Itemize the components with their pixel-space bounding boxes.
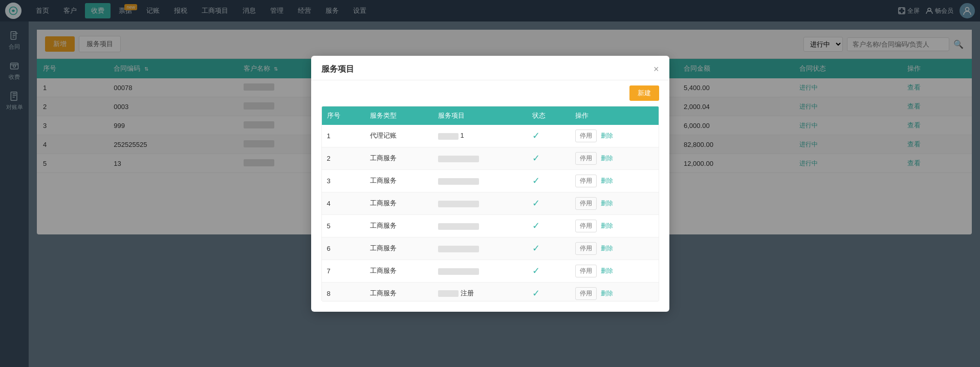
modal-cell-seq: 3 bbox=[322, 169, 365, 192]
modal-cell-seq: 5 bbox=[322, 214, 365, 237]
modal-cell-action: 停用 删除 bbox=[570, 125, 658, 147]
modal-cell-status: ✓ bbox=[527, 237, 571, 260]
modal-cell-type: 工商服务 bbox=[365, 214, 432, 237]
modal-cell-action: 停用 删除 bbox=[570, 147, 658, 169]
status-check-icon: ✓ bbox=[532, 198, 540, 208]
modal-cell-seq: 6 bbox=[322, 237, 365, 260]
modal-col-status: 状态 bbox=[527, 106, 571, 125]
stop-button[interactable]: 停用 bbox=[575, 242, 597, 255]
modal-cell-action: 停用 删除 bbox=[570, 237, 658, 260]
stop-button[interactable]: 停用 bbox=[575, 152, 597, 165]
status-check-icon: ✓ bbox=[532, 243, 540, 253]
delete-button[interactable]: 删除 bbox=[601, 244, 613, 253]
modal-cell-status: ✓ bbox=[527, 147, 571, 169]
stop-button[interactable]: 停用 bbox=[575, 197, 597, 210]
modal-new-button[interactable]: 新建 bbox=[629, 85, 659, 101]
modal-cell-item bbox=[433, 169, 527, 192]
modal-cell-item bbox=[433, 237, 527, 260]
modal-cell-action: 停用 删除 bbox=[570, 214, 658, 237]
modal-cell-seq: 8 bbox=[322, 282, 365, 301]
modal-cell-item bbox=[433, 214, 527, 237]
modal-cell-status: ✓ bbox=[527, 192, 571, 214]
modal-table-row: 3 工商服务 ✓ 停用 删除 bbox=[322, 169, 659, 192]
modal-cell-item: 注册 bbox=[433, 282, 527, 301]
modal-cell-action: 停用 删除 bbox=[570, 282, 658, 301]
modal-cell-item bbox=[433, 147, 527, 169]
modal-table-row: 1 代理记账 1 ✓ 停用 删除 bbox=[322, 125, 659, 147]
modal-service-table: 序号 服务类型 服务项目 状态 操作 1 代理记账 1 ✓ bbox=[322, 106, 659, 301]
modal-cell-type: 工商服务 bbox=[365, 147, 432, 169]
delete-button[interactable]: 删除 bbox=[601, 222, 613, 230]
stop-button[interactable]: 停用 bbox=[575, 220, 597, 232]
modal-toolbar: 新建 bbox=[311, 80, 669, 106]
modal-cell-action: 停用 删除 bbox=[570, 169, 658, 192]
modal-table-wrap: 序号 服务类型 服务项目 状态 操作 1 代理记账 1 ✓ bbox=[321, 106, 659, 301]
modal-table-row: 8 工商服务 注册 ✓ 停用 删除 bbox=[322, 282, 659, 301]
modal-cell-action: 停用 删除 bbox=[570, 260, 658, 282]
delete-button[interactable]: 删除 bbox=[601, 177, 613, 185]
modal-table-row: 7 工商服务 ✓ 停用 删除 bbox=[322, 260, 659, 282]
status-check-icon: ✓ bbox=[532, 131, 540, 141]
modal-col-seq: 序号 bbox=[322, 106, 365, 125]
modal-col-action: 操作 bbox=[570, 106, 658, 125]
modal-cell-status: ✓ bbox=[527, 260, 571, 282]
modal-cell-item bbox=[433, 260, 527, 282]
modal-cell-status: ✓ bbox=[527, 214, 571, 237]
modal-cell-seq: 7 bbox=[322, 260, 365, 282]
modal-overlay[interactable]: 服务项目 × 新建 序号 服务类型 bbox=[29, 21, 980, 367]
stop-button[interactable]: 停用 bbox=[575, 175, 597, 187]
modal-cell-type: 代理记账 bbox=[365, 125, 432, 147]
main-content: 新增 服务项目 进行中 已完成 全部 🔍 序号 合同编码 bbox=[29, 21, 980, 367]
modal-title: 服务项目 bbox=[321, 64, 354, 75]
modal-cell-seq: 2 bbox=[322, 147, 365, 169]
status-check-icon: ✓ bbox=[532, 288, 540, 298]
modal-table-row: 6 工商服务 ✓ 停用 删除 bbox=[322, 237, 659, 260]
modal-close-button[interactable]: × bbox=[654, 64, 659, 74]
modal-col-type: 服务类型 bbox=[365, 106, 432, 125]
status-check-icon: ✓ bbox=[532, 266, 540, 276]
modal-cell-status: ✓ bbox=[527, 282, 571, 301]
status-check-icon: ✓ bbox=[532, 176, 540, 186]
modal-cell-type: 工商服务 bbox=[365, 192, 432, 214]
modal-table-row: 2 工商服务 ✓ 停用 删除 bbox=[322, 147, 659, 169]
modal-col-item: 服务项目 bbox=[433, 106, 527, 125]
status-check-icon: ✓ bbox=[532, 153, 540, 163]
modal-header: 服务项目 × bbox=[311, 56, 669, 80]
modal-cell-status: ✓ bbox=[527, 125, 571, 147]
modal-cell-item: 1 bbox=[433, 125, 527, 147]
delete-button[interactable]: 删除 bbox=[601, 132, 613, 140]
modal-cell-type: 工商服务 bbox=[365, 282, 432, 301]
delete-button[interactable]: 删除 bbox=[601, 289, 613, 298]
delete-button[interactable]: 删除 bbox=[601, 199, 613, 208]
service-item-modal: 服务项目 × 新建 序号 服务类型 bbox=[311, 56, 669, 312]
stop-button[interactable]: 停用 bbox=[575, 129, 597, 142]
delete-button[interactable]: 删除 bbox=[601, 267, 613, 275]
modal-cell-type: 工商服务 bbox=[365, 237, 432, 260]
modal-cell-action: 停用 删除 bbox=[570, 192, 658, 214]
modal-body: 序号 服务类型 服务项目 状态 操作 1 代理记账 1 ✓ bbox=[311, 106, 669, 312]
modal-table-row: 5 工商服务 ✓ 停用 删除 bbox=[322, 214, 659, 237]
stop-button[interactable]: 停用 bbox=[575, 287, 597, 300]
modal-table-row: 4 工商服务 ✓ 停用 删除 bbox=[322, 192, 659, 214]
modal-cell-status: ✓ bbox=[527, 169, 571, 192]
modal-cell-item bbox=[433, 192, 527, 214]
status-check-icon: ✓ bbox=[532, 221, 540, 231]
modal-table-scroll[interactable]: 序号 服务类型 服务项目 状态 操作 1 代理记账 1 ✓ bbox=[322, 106, 659, 301]
modal-cell-seq: 1 bbox=[322, 125, 365, 147]
modal-cell-type: 工商服务 bbox=[365, 260, 432, 282]
modal-cell-type: 工商服务 bbox=[365, 169, 432, 192]
stop-button[interactable]: 停用 bbox=[575, 265, 597, 277]
delete-button[interactable]: 删除 bbox=[601, 154, 613, 163]
modal-cell-seq: 4 bbox=[322, 192, 365, 214]
